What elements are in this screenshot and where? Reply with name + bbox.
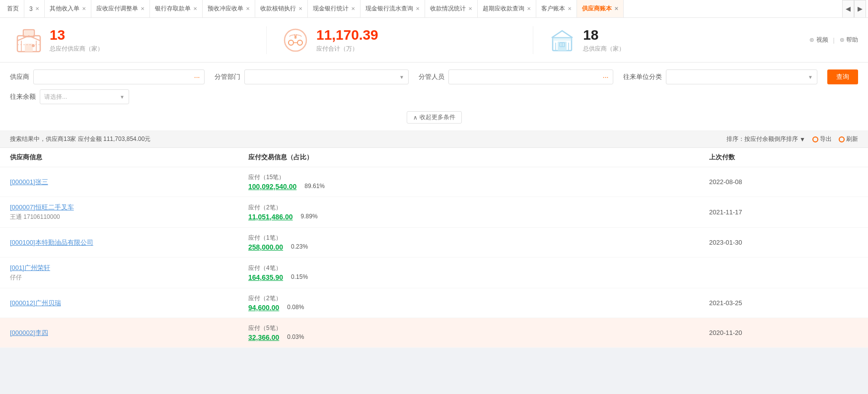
close-cash-bank-flow[interactable]: ✕	[416, 6, 420, 11]
total-ap-amount-number: 11,170.39	[316, 27, 378, 44]
dept-label: 分管部门	[215, 72, 240, 81]
stat-info-total-suppliers: 18 总供应商（家）	[583, 27, 625, 53]
close-payment-stat[interactable]: ✕	[468, 6, 472, 11]
col-header-lastpay: 上次付数	[709, 153, 858, 162]
lastpay-cell: 2020-11-20	[709, 329, 858, 336]
nav-tab-prepay-ar[interactable]: 预收冲应收单 ✕	[203, 0, 255, 18]
supplier-icon	[15, 26, 43, 54]
transaction-cell: 应付（4笔） 164,635.90 0.15%	[248, 264, 709, 281]
close-tab-3[interactable]: ✕	[35, 6, 39, 11]
balance-label: 往来余额	[10, 92, 36, 101]
supplier-link[interactable]: [001]广州荣轩	[10, 264, 50, 271]
close-other-income[interactable]: ✕	[82, 6, 86, 11]
trans-percent: 9.89%	[301, 213, 318, 220]
supplier-link[interactable]: [000100]本特勤油品有限公司	[10, 239, 93, 246]
trans-label: 应付（5笔）	[248, 324, 709, 332]
collapse-icon: ∧	[413, 114, 418, 121]
close-prepay-ar[interactable]: ✕	[246, 6, 250, 11]
lastpay-cell: 2021-03-25	[709, 299, 858, 307]
supplier-input-wrap[interactable]: ···	[33, 69, 205, 84]
trans-label: 应付（4笔）	[248, 264, 709, 272]
close-bank-deposit[interactable]: ✕	[193, 6, 197, 11]
supplier-link[interactable]: [000007]恒旺二手叉车	[10, 203, 74, 211]
dept-dropdown[interactable]: ▼	[244, 69, 409, 84]
nav-left-arrow[interactable]: ◀	[842, 0, 854, 18]
table-area: 供应商信息 应付交易信息（占比） 上次付数 [000001]张三 应付（15笔）…	[0, 148, 868, 348]
result-bar: 搜索结果中，供应商13家 应付金额 111,703,854.00元 排序：按应付…	[0, 131, 868, 148]
trans-amount[interactable]: 258,000.00	[248, 243, 283, 251]
person-dots[interactable]: ···	[603, 73, 609, 81]
supplier-link[interactable]: [000002]李四	[10, 329, 48, 336]
table-row: [000001]张三 应付（15笔） 100,092,540.00 89.61%…	[0, 167, 868, 197]
close-overdue-ar[interactable]: ✕	[527, 6, 531, 11]
lastpay-cell: 2021-11-17	[709, 208, 858, 216]
person-input[interactable]	[453, 73, 603, 80]
table-row: [001]广州荣轩 仔仔 应付（4笔） 164,635.90 0.15%	[0, 258, 868, 288]
total-ap-suppliers-label: 总应付供应商（家）	[50, 45, 103, 53]
close-ar-ap-adjust[interactable]: ✕	[141, 6, 145, 11]
supplier-cell: [000100]本特勤油品有限公司	[10, 238, 248, 247]
category-field: 往来单位分类 ▼	[623, 69, 818, 84]
nav-tab-cash-bank-flow[interactable]: 现金银行流水查询 ✕	[361, 0, 425, 18]
nav-tab-home[interactable]: 首页	[2, 0, 24, 18]
nav-tab-3[interactable]: 3 ✕	[24, 0, 45, 18]
link-divider: |	[833, 37, 835, 44]
trans-percent: 0.03%	[287, 333, 304, 340]
trans-amount[interactable]: 164,635.90	[248, 273, 283, 281]
stat-info-amount: 11,170.39 应付合计（万）	[316, 27, 378, 53]
search-button[interactable]: 查询	[827, 69, 858, 84]
nav-tab-customer-ledger[interactable]: 客户账本 ✕	[536, 0, 577, 18]
result-summary: 搜索结果中，供应商13家 应付金额 111,703,854.00元	[10, 135, 150, 143]
supplier-link[interactable]: [000012]广州贝瑞	[10, 299, 61, 307]
nav-tab-ar-ap-adjust[interactable]: 应收应付调整单 ✕	[91, 0, 150, 18]
supplier-link[interactable]: [000001]张三	[10, 178, 48, 186]
transaction-cell: 应付（5笔） 32,366.00 0.03%	[248, 324, 709, 341]
stats-bar: 13 总应付供应商（家） ¥ 11,170.39 应付合计（万）	[0, 18, 868, 63]
balance-dropdown[interactable]: 请选择... ▼	[40, 89, 129, 104]
nav-tab-overdue-ar[interactable]: 超期应收款查询 ✕	[478, 0, 536, 18]
stat-block-suppliers: 13 总应付供应商（家）	[0, 26, 267, 54]
balance-arrow: ▼	[120, 94, 125, 100]
person-input-wrap[interactable]: ···	[448, 69, 613, 84]
nav-tab-payment-verify[interactable]: 收款核销执行 ✕	[255, 0, 308, 18]
trans-amount[interactable]: 11,051,486.00	[248, 213, 293, 221]
trans-label: 应付（1笔）	[248, 234, 709, 242]
supplier-input[interactable]	[38, 73, 194, 80]
lastpay-cell: 2022-08-08	[709, 178, 858, 186]
supplier-sub: 王通 17106110000	[10, 213, 248, 221]
svg-rect-2	[24, 31, 33, 36]
close-supplier-ledger[interactable]: ✕	[614, 6, 618, 11]
person-label: 分管人员	[419, 72, 444, 81]
supplier-sub: 仔仔	[10, 273, 248, 282]
nav-tab-cash-bank-stat[interactable]: 现金银行统计 ✕	[308, 0, 361, 18]
help-link[interactable]: ⊙ 帮助	[840, 36, 858, 44]
nav-tab-payment-stat[interactable]: 收款情况统计 ✕	[425, 0, 478, 18]
supplier-cell: [001]广州荣轩 仔仔	[10, 263, 248, 282]
close-customer-ledger[interactable]: ✕	[568, 6, 572, 11]
result-actions: 排序：按应付余额倒序排序 ▼ 导出 刷新	[726, 135, 858, 143]
svg-text:¥: ¥	[294, 33, 297, 40]
sort-arrow: ▼	[799, 136, 805, 143]
nav-tab-other-income[interactable]: 其他收入单 ✕	[45, 0, 91, 18]
trans-label: 应付（2笔）	[248, 203, 709, 212]
nav-tab-bank-deposit[interactable]: 银行存取款单 ✕	[150, 0, 203, 18]
refresh-radio[interactable]: 刷新	[839, 135, 858, 143]
export-radio[interactable]: 导出	[812, 135, 832, 143]
supplier-dots[interactable]: ···	[194, 73, 200, 81]
trans-amount[interactable]: 100,092,540.00	[248, 183, 296, 191]
trans-amount[interactable]: 94,600.00	[248, 304, 279, 312]
search-row-1: 供应商 ··· 分管部门 ▼ 分管人员 ··· 往来单位分类 ▼	[10, 69, 858, 84]
sort-label: 排序：按应付余额倒序排序 ▼	[726, 135, 805, 143]
close-cash-bank-stat[interactable]: ✕	[351, 6, 355, 11]
collapse-row: ∧ 收起更多条件	[10, 109, 858, 126]
video-link[interactable]: ⊙ 视频	[809, 36, 828, 44]
close-payment-verify[interactable]: ✕	[298, 6, 302, 11]
total-suppliers-number: 18	[583, 27, 625, 44]
search-row-2: 往来余额 请选择... ▼	[10, 89, 858, 104]
category-dropdown[interactable]: ▼	[666, 69, 818, 84]
trans-amount[interactable]: 32,366.00	[248, 333, 279, 341]
collapse-button[interactable]: ∧ 收起更多条件	[407, 111, 462, 124]
lastpay-cell: 2023-01-30	[709, 239, 858, 246]
nav-tab-supplier-ledger[interactable]: 供应商账本 ✕	[577, 0, 624, 18]
nav-right-arrow[interactable]: ▶	[854, 0, 866, 18]
